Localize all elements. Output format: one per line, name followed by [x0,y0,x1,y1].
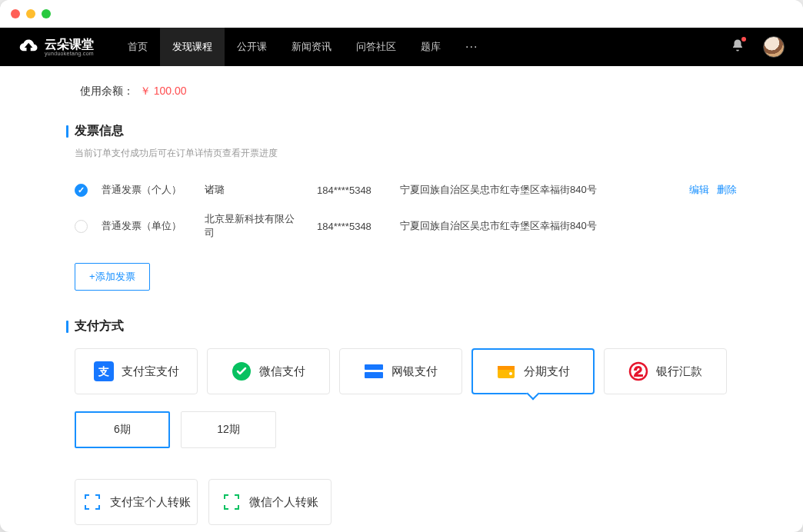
add-invoice-button[interactable]: +添加发票 [75,263,150,291]
transfer-wechat-personal[interactable]: 微信个人转账 [208,479,332,525]
balance-label: 使用余额： [80,85,134,97]
nav-open-courses[interactable]: 公开课 [225,28,279,66]
invoice-section-title: 发票信息 [66,123,737,139]
invoice-name: 北京昱新科技有限公司 [205,212,303,240]
brand-subtitle: yunduoketang.com [45,51,94,56]
maximize-window-button[interactable] [42,9,51,18]
wechat-transfer-icon [222,492,242,512]
alipay-icon: 支 [94,361,114,381]
transfer-label: 支付宝个人转账 [110,495,191,510]
top-navigation: 云朵课堂 yunduoketang.com 首页 发现课程 公开课 新闻资讯 问… [0,28,803,66]
invoice-address: 宁夏回族自治区吴忠市红寺堡区幸福街840号 [400,183,671,197]
brand-name: 云朵课堂 [45,38,94,51]
nav-question-bank[interactable]: 题库 [408,28,453,66]
pay-method-label: 分期支付 [524,364,570,379]
notifications-button[interactable] [731,38,745,55]
window-titlebar [0,0,803,28]
unionpay-icon [364,361,384,381]
pay-method-unionpay[interactable]: 网银支付 [339,348,462,394]
user-avatar[interactable] [763,36,785,58]
wechat-icon [232,361,252,381]
nav-right [731,36,785,58]
invoice-address: 宁夏回族自治区吴忠市红寺堡区幸福街840号 [400,219,737,233]
invoice-actions: 编辑 删除 [685,183,737,197]
pay-method-label: 支付宝支付 [122,364,179,379]
balance-row: 使用余额： ￥ 100.00 [66,85,737,98]
brand-logo[interactable]: 云朵课堂 yunduoketang.com [18,36,94,58]
pay-method-bank-transfer[interactable]: 银行汇款 [604,348,727,394]
nav-qa-community[interactable]: 问答社区 [344,28,408,66]
transfer-label: 微信个人转账 [249,495,318,510]
payment-methods: 支 支付宝支付 微信支付 网银支付 分期支付 [66,348,737,394]
pay-method-label: 微信支付 [259,364,305,379]
invoice-type: 普通发票（个人） [102,183,191,197]
nav-items: 首页 发现课程 公开课 新闻资讯 问答社区 题库 ··· [115,28,490,66]
invoice-edit-link[interactable]: 编辑 [689,184,709,195]
nav-more[interactable]: ··· [453,28,490,66]
cloud-logo-icon [18,36,40,58]
pay-method-label: 网银支付 [392,364,438,379]
invoice-section-subtitle: 当前订单支付成功后可在订单详情页查看开票进度 [66,147,737,160]
main-content: 使用余额： ￥ 100.00 发票信息 当前订单支付成功后可在订单详情页查看开票… [0,66,803,532]
invoice-row-company[interactable]: 普通发票（单位） 北京昱新科技有限公司 184****5348 宁夏回族自治区吴… [75,204,737,248]
installment-terms: 6期 12期 [66,411,737,448]
pay-method-label: 银行汇款 [656,364,702,379]
invoice-row-personal[interactable]: 普通发票（个人） 诸璐 184****5348 宁夏回族自治区吴忠市红寺堡区幸福… [75,175,737,204]
svg-rect-4 [365,372,383,378]
pay-method-wechat[interactable]: 微信支付 [207,348,330,394]
bank-icon [628,361,648,381]
invoice-type: 普通发票（单位） [102,219,191,233]
payment-section-title: 支付方式 [66,318,737,334]
invoice-radio-company[interactable] [75,220,88,233]
nav-discover-courses[interactable]: 发现课程 [160,28,225,66]
invoice-phone: 184****5348 [317,221,386,232]
invoice-list: 普通发票（个人） 诸璐 184****5348 宁夏回族自治区吴忠市红寺堡区幸福… [66,175,737,248]
invoice-phone: 184****5348 [317,185,386,196]
term-12[interactable]: 12期 [181,411,276,448]
nav-news[interactable]: 新闻资讯 [279,28,344,66]
invoice-name: 诸璐 [205,183,303,197]
svg-rect-6 [498,366,515,370]
svg-point-7 [509,372,512,375]
svg-rect-3 [365,364,383,370]
transfer-alipay-personal[interactable]: 支付宝个人转账 [75,479,198,525]
nav-home[interactable]: 首页 [115,28,160,66]
notification-dot [741,37,746,42]
balance-amount: ￥ 100.00 [140,85,187,97]
invoice-delete-link[interactable]: 删除 [717,184,737,195]
pay-method-alipay[interactable]: 支 支付宝支付 [75,348,198,394]
minimize-window-button[interactable] [26,9,35,18]
personal-transfer-options: 支付宝个人转账 微信个人转账 [66,479,737,525]
pay-method-installment[interactable]: 分期支付 [471,348,595,394]
close-window-button[interactable] [11,9,20,18]
invoice-radio-personal[interactable] [75,184,88,197]
app-window: 云朵课堂 yunduoketang.com 首页 发现课程 公开课 新闻资讯 问… [0,0,803,532]
alipay-transfer-icon [82,492,102,512]
svg-text:支: 支 [98,365,109,377]
term-6[interactable]: 6期 [75,411,170,448]
installment-icon [496,361,516,381]
